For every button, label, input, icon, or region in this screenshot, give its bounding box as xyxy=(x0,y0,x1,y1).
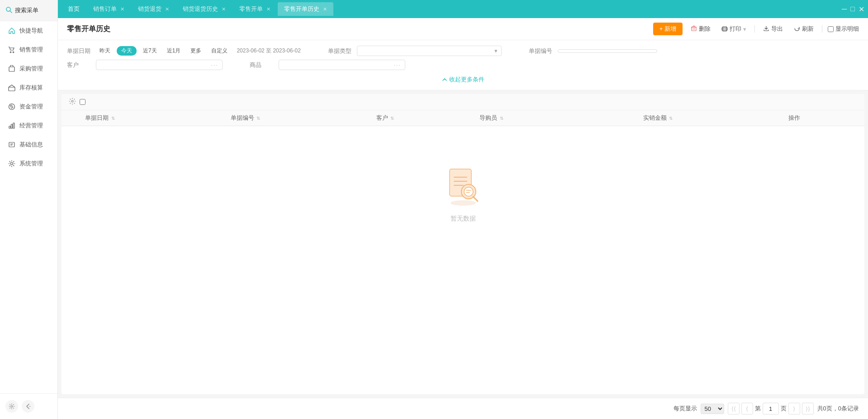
delete-button[interactable]: 删除 xyxy=(688,23,713,35)
th-amount-label: 实销金额 xyxy=(643,114,667,121)
close-tab-sales-return[interactable]: ✕ xyxy=(165,6,169,12)
table-select-all[interactable] xyxy=(80,99,85,105)
date-btn-yesterday[interactable]: 昨天 xyxy=(96,46,114,56)
pg-prev-btn[interactable]: ⟨ xyxy=(741,403,753,414)
tab-sales-return-history-label: 销货退货历史 xyxy=(183,5,218,13)
pagination-nav: ⟨⟨ ⟨ 第 页 ⟩ ⟩⟩ xyxy=(728,403,814,414)
date-btn-custom[interactable]: 自定义 xyxy=(208,46,231,56)
display-detail-checkbox[interactable]: 显示明细 xyxy=(828,25,859,33)
home-icon xyxy=(8,27,16,35)
sort-arrows-customer: ⇅ xyxy=(390,116,394,121)
close-tab-retail-history[interactable]: ✕ xyxy=(323,6,327,12)
page-title: 零售开单历史 xyxy=(67,24,110,34)
type-filter-input[interactable]: ▾ xyxy=(357,46,502,56)
svg-rect-10 xyxy=(9,142,14,147)
pg-last-btn[interactable]: ⟩⟩ xyxy=(802,403,814,414)
per-page-select[interactable]: 50 10 20 100 xyxy=(701,404,724,414)
collapse-icon xyxy=(442,77,447,82)
close-tab-sales-order[interactable]: ✕ xyxy=(120,6,124,12)
sidebar-item-label: 库存核算 xyxy=(19,84,43,92)
sidebar: 搜索采单 快捷导航 销售管理 xyxy=(0,0,58,419)
pg-suffix: 页 xyxy=(781,405,787,413)
print-arrow: ▾ xyxy=(743,26,746,33)
table-settings-icon[interactable] xyxy=(69,98,76,106)
sidebar-item-inventory[interactable]: 库存核算 xyxy=(0,78,57,97)
sidebar-item-system[interactable]: 系统管理 xyxy=(0,154,57,173)
add-button[interactable]: + 新增 xyxy=(653,23,683,35)
tab-bar: 首页 销售订单 ✕ 销货退货 ✕ 销货退货历史 ✕ 零售开单 ✕ 零售开单历史 … xyxy=(58,0,868,18)
pg-first-btn[interactable]: ⟨⟨ xyxy=(728,403,740,414)
filter-row-1: 单据日期 昨天 今天 近7天 近1月 更多 自定义 2023-06-02 至 2… xyxy=(67,46,859,56)
sidebar-search[interactable]: 搜索采单 xyxy=(0,0,57,21)
pg-next-btn[interactable]: ⟩ xyxy=(788,403,800,414)
svg-point-3 xyxy=(13,52,14,52)
th-spacer xyxy=(598,110,637,126)
th-date[interactable]: 单据日期 ⇅ xyxy=(80,110,225,126)
tab-home[interactable]: 首页 xyxy=(62,2,86,16)
window-minimize-icon[interactable]: ─ xyxy=(842,5,847,13)
sidebar-item-basic-info[interactable]: 基础信息 xyxy=(0,135,57,154)
print-button[interactable]: 打印 ▾ xyxy=(719,23,749,35)
svg-point-22 xyxy=(71,100,73,102)
pg-input[interactable] xyxy=(763,403,779,414)
sidebar-item-operations[interactable]: 经营管理 xyxy=(0,116,57,135)
collapse-bar[interactable]: 收起更多条件 xyxy=(67,74,859,85)
table-toolbar-left xyxy=(69,98,85,106)
sidebar-item-label: 基础信息 xyxy=(19,141,43,149)
table-section: 单据日期 ⇅ 单据编号 ⇅ 客户 ⇅ 导购员 ⇅ xyxy=(62,94,864,394)
collapse-label: 收起更多条件 xyxy=(449,75,484,84)
sidebar-item-finance[interactable]: 资金管理 xyxy=(0,97,57,116)
th-amount[interactable]: 实销金额 ⇅ xyxy=(638,110,783,126)
sort-arrows-amount: ⇅ xyxy=(669,116,673,121)
table-header-row: 单据日期 ⇅ 单据编号 ⇅ 客户 ⇅ 导购员 ⇅ xyxy=(62,110,864,126)
search-icon xyxy=(5,6,12,14)
date-btn-today[interactable]: 今天 xyxy=(117,46,137,56)
date-btn-1month[interactable]: 近1月 xyxy=(163,46,185,56)
tab-home-label: 首页 xyxy=(68,5,80,13)
filter-dates: 昨天 今天 近7天 近1月 更多 自定义 xyxy=(96,46,231,56)
display-detail-input[interactable] xyxy=(828,26,834,32)
refresh-button[interactable]: 刷新 xyxy=(791,23,816,35)
sidebar-item-quick-nav[interactable]: 快捷导航 xyxy=(0,21,57,40)
goods-dots: ··· xyxy=(394,61,401,68)
sidebar-item-label: 销售管理 xyxy=(19,46,43,54)
toolbar-divider xyxy=(754,25,755,33)
svg-line-31 xyxy=(473,197,478,201)
tab-sales-return-history[interactable]: 销货退货历史 ✕ xyxy=(176,2,232,16)
th-customer[interactable]: 客户 ⇅ xyxy=(371,110,474,126)
settings-bottom-icon[interactable] xyxy=(5,400,18,413)
sidebar-item-sales-mgmt[interactable]: 销售管理 xyxy=(0,40,57,59)
svg-point-23 xyxy=(451,200,476,206)
collapse-sidebar-icon[interactable] xyxy=(22,400,34,413)
date-range-text: 2023-06-02 至 2023-06-02 xyxy=(237,47,300,55)
type-filter-arrow: ▾ xyxy=(494,47,498,54)
tab-sales-return[interactable]: 销货退货 ✕ xyxy=(132,2,175,16)
page-header: 零售开单历史 + 新增 删除 xyxy=(58,18,868,40)
tab-retail-history[interactable]: 零售开单历史 ✕ xyxy=(278,2,333,16)
sidebar-item-purchase-mgmt[interactable]: 采购管理 xyxy=(0,59,57,78)
customer-filter-label: 客户 xyxy=(67,61,92,69)
window-maximize-icon[interactable]: □ xyxy=(850,5,855,13)
sort-arrows-salesperson: ⇅ xyxy=(500,116,503,121)
date-btn-more[interactable]: 更多 xyxy=(187,46,205,56)
date-btn-7days[interactable]: 近7天 xyxy=(139,46,161,56)
close-tab-retail-open[interactable]: ✕ xyxy=(266,6,270,12)
window-close-icon[interactable]: ✕ xyxy=(859,5,864,14)
goods-filter-input[interactable]: ··· xyxy=(279,60,405,70)
customer-filter-input[interactable]: ··· xyxy=(96,60,223,70)
type-filter-label: 单据类型 xyxy=(328,47,353,55)
tab-sales-order[interactable]: 销售订单 ✕ xyxy=(87,2,131,16)
export-button[interactable]: 导出 xyxy=(760,23,786,35)
tab-retail-open[interactable]: 零售开单 ✕ xyxy=(233,2,277,16)
pagination: 每页显示 50 10 20 100 ⟨⟨ ⟨ 第 页 ⟩ ⟩⟩ 共0页，0条记录 xyxy=(58,398,868,419)
th-customer-label: 客户 xyxy=(376,114,388,121)
th-number[interactable]: 单据编号 ⇅ xyxy=(225,110,371,126)
number-filter-input[interactable] xyxy=(558,49,657,53)
th-number-label: 单据编号 xyxy=(231,114,254,121)
th-salesperson[interactable]: 导购员 ⇅ xyxy=(474,110,598,126)
close-tab-sales-return-history[interactable]: ✕ xyxy=(222,6,226,12)
sidebar-item-label: 快捷导航 xyxy=(19,27,43,35)
svg-point-14 xyxy=(11,405,13,407)
cart-icon xyxy=(8,46,16,54)
number-filter-label: 单据编号 xyxy=(529,47,554,55)
